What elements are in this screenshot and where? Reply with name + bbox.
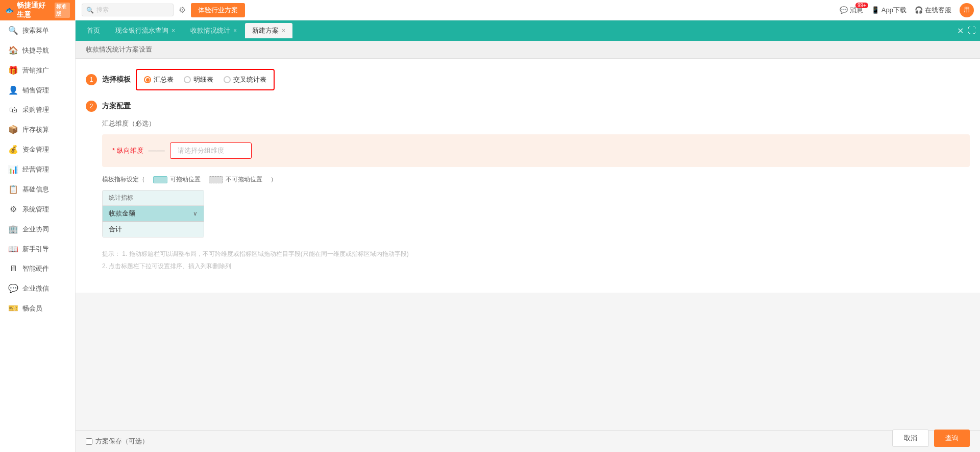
weixin-icon: 💬 <box>8 283 18 293</box>
member-icon: 🎫 <box>8 303 18 313</box>
step2-section: 2 方案配置 汇总维度（必选） 纵向维度 —— 请选择分组维度 <box>86 101 970 272</box>
dimension-row: 纵向维度 —— 请选择分组维度 <box>112 142 960 159</box>
non-draggable-label: 不可拖动位置 <box>226 175 262 184</box>
step1-num: 1 <box>86 74 97 85</box>
dimension-select[interactable]: 请选择分组维度 <box>170 142 252 159</box>
tab-collection-stats[interactable]: 收款情况统计 × <box>183 23 244 38</box>
sidebar-logo: 🐟 畅捷通好生意 标准版 <box>0 0 75 20</box>
message-badge[interactable]: 💬 消息 99+ <box>840 6 863 15</box>
radio-circle-summary <box>144 76 151 83</box>
tip-line1: 提示： 1. 拖动标题栏可以调整布局，不可跨维度或指标区域拖动栏目字段(只能在同… <box>102 248 970 260</box>
sidebar-item-basic-info[interactable]: 📋 基础信息 <box>0 179 75 199</box>
non-draggable-box <box>209 176 223 183</box>
radio-summary-label: 汇总表 <box>154 75 174 84</box>
sidebar-item-label: 营销推广 <box>22 66 49 75</box>
industry-btn[interactable]: 体验行业方案 <box>191 3 245 17</box>
step2-num: 2 <box>86 101 97 112</box>
save-checkbox-input[interactable] <box>86 438 92 445</box>
template-options: 汇总表 明细表 交叉统计表 <box>136 69 275 90</box>
sidebar-item-weixin[interactable]: 💬 企业微信 <box>0 278 75 298</box>
close-window-icon[interactable]: ✕ <box>957 26 964 36</box>
sidebar-item-search-menu[interactable]: 🔍 搜索菜单 <box>0 20 75 40</box>
guide-icon: 📖 <box>8 244 18 254</box>
radio-circle-crosstab <box>224 76 231 83</box>
sidebar-item-sales[interactable]: 👤 销售管理 <box>0 80 75 100</box>
sidebar-item-label: 企业协同 <box>22 225 49 234</box>
radio-crosstab[interactable]: 交叉统计表 <box>224 75 266 84</box>
sidebar-item-marketing[interactable]: 🎁 营销推广 <box>0 60 75 80</box>
tab-close-new-plan[interactable]: × <box>282 27 285 34</box>
sidebar-item-member[interactable]: 🎫 畅会员 <box>0 298 75 318</box>
sidebar-item-purchase[interactable]: 🛍 采购管理 <box>0 100 75 120</box>
smart-hw-icon: 🖥 <box>8 264 18 273</box>
tab-home[interactable]: 首页 <box>80 23 107 38</box>
indicator-title: 模板指标设定（ <box>102 175 145 184</box>
topbar-right: 💬 消息 99+ 📱 App下载 🎧 在线客服 用 <box>840 3 974 17</box>
main-area: 🔍 搜索 ⚙ 体验行业方案 💬 消息 99+ 📱 App下载 🎧 在线客服 用 … <box>76 0 980 452</box>
stats-total: 合计 <box>103 222 204 237</box>
sidebar-item-label: 企业微信 <box>22 284 49 293</box>
save-checkbox[interactable]: 方案保存（可选） <box>86 437 149 446</box>
indicator-title-end: ） <box>271 175 277 184</box>
step1-header: 1 选择模板 汇总表 明细表 交叉统计表 <box>86 69 970 90</box>
sidebar-item-label: 库存核算 <box>22 125 49 134</box>
content-area: 1 选择模板 汇总表 明细表 交叉统计表 <box>76 59 980 293</box>
non-draggable-legend: 不可拖动位置 <box>209 175 262 184</box>
tab-close-bank-flow[interactable]: × <box>172 27 175 34</box>
sidebar-item-label: 销售管理 <box>22 86 49 95</box>
sidebar-item-system[interactable]: ⚙ 系统管理 <box>0 199 75 219</box>
home-icon: 🏠 <box>8 45 18 55</box>
basic-info-icon: 📋 <box>8 184 18 194</box>
stats-cell-amount[interactable]: 收款金额 ∨ <box>103 206 204 222</box>
operations-icon: 📊 <box>8 164 18 174</box>
save-checkbox-label: 方案保存（可选） <box>95 437 149 446</box>
sidebar-item-smart-hw[interactable]: 🖥 智能硬件 <box>0 259 75 278</box>
tabbar-controls: ✕ ⛶ <box>957 26 976 36</box>
stats-table-header: 统计指标 <box>103 191 204 206</box>
search-menu-icon: 🔍 <box>8 26 18 35</box>
page-header-title: 收款情况统计方案设置 <box>86 45 152 53</box>
inventory-icon: 📦 <box>8 125 18 134</box>
tab-close-collection-stats[interactable]: × <box>233 27 237 34</box>
sidebar-item-quick-nav[interactable]: 🏠 快捷导航 <box>0 40 75 60</box>
tabbar: 首页 现金银行流水查询 × 收款情况统计 × 新建方案 × ✕ ⛶ <box>76 20 980 41</box>
radio-summary[interactable]: 汇总表 <box>144 75 174 84</box>
online-service[interactable]: 🎧 在线客服 <box>915 6 951 15</box>
search-icon: 🔍 <box>86 7 94 14</box>
indicator-settings: 模板指标设定（ 可拖动位置 不可拖动位置 ） <box>102 175 970 237</box>
page-content: 收款情况统计方案设置 1 选择模板 汇总表 明细表 <box>76 41 980 452</box>
radio-detail-label: 明细表 <box>193 75 213 84</box>
topbar-search[interactable]: 🔍 搜索 <box>82 4 174 16</box>
dimension-subsection-title: 汇总维度（必选） <box>102 119 970 128</box>
dimension-placeholder: 请选择分组维度 <box>178 147 224 154</box>
user-avatar[interactable]: 用 <box>960 3 974 17</box>
tip-line2: 2. 点击标题栏下拉可设置排序、插入列和删除列 <box>102 260 970 272</box>
app-icon: 📱 <box>871 6 879 14</box>
sidebar-item-guide[interactable]: 📖 新手引导 <box>0 239 75 259</box>
app-download[interactable]: 📱 App下载 <box>871 6 906 15</box>
draggable-box <box>153 176 167 183</box>
gear-icon[interactable]: ⚙ <box>179 5 186 15</box>
sidebar-item-enterprise[interactable]: 🏢 企业协同 <box>0 219 75 239</box>
sidebar-item-operations[interactable]: 📊 经营管理 <box>0 159 75 179</box>
step1-section: 1 选择模板 汇总表 明细表 交叉统计表 <box>86 69 970 90</box>
service-icon: 🎧 <box>915 6 923 14</box>
maximize-icon[interactable]: ⛶ <box>968 26 976 35</box>
sidebar-item-label: 系统管理 <box>22 205 49 214</box>
radio-detail[interactable]: 明细表 <box>184 75 213 84</box>
sidebar-item-label: 采购管理 <box>22 105 49 114</box>
cancel-button[interactable]: 取消 <box>892 430 929 447</box>
tab-bank-flow[interactable]: 现金银行流水查询 × <box>108 23 182 38</box>
stats-cell-label: 收款金额 <box>109 209 135 218</box>
sidebar-item-label: 畅会员 <box>22 304 42 313</box>
tab-new-plan[interactable]: 新建方案 × <box>245 23 292 38</box>
finance-icon: 💰 <box>8 145 18 154</box>
search-placeholder: 搜索 <box>96 6 109 14</box>
query-button[interactable]: 查询 <box>934 430 970 447</box>
logo-text: 畅捷通好生意 <box>17 1 52 19</box>
sidebar-item-label: 基础信息 <box>22 185 49 194</box>
step2-title: 方案配置 <box>102 102 131 111</box>
sidebar-item-inventory[interactable]: 📦 库存核算 <box>0 120 75 139</box>
sidebar-item-label: 快捷导航 <box>22 46 49 55</box>
sidebar-item-finance[interactable]: 💰 资金管理 <box>0 139 75 159</box>
